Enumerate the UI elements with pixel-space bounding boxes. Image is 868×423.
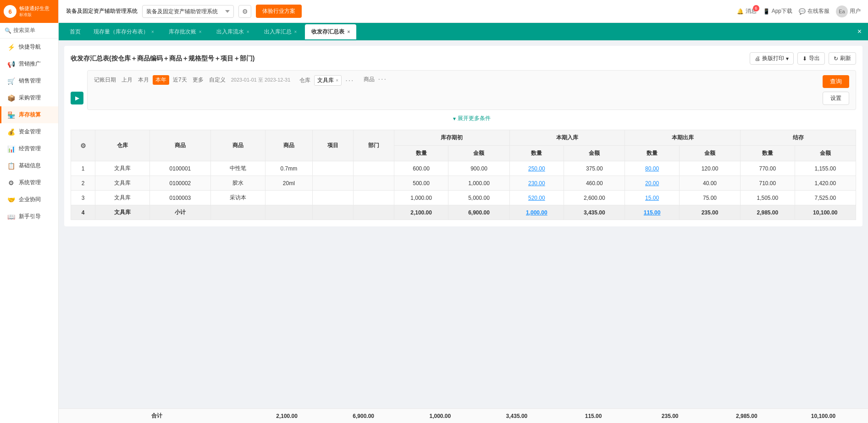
th-dept: 部门 [354,130,394,161]
tab-batch[interactable]: 库存批次账 × [162,24,208,39]
sidebar-item-operation[interactable]: 📊 经营管理 [0,140,58,157]
date-buttons: 上月 本月 本年 近7天 更多 自定义 [120,75,227,85]
warehouse-tag-close[interactable]: × [336,78,338,83]
tab-close-batch[interactable]: × [199,29,202,34]
tab-close-stock-dist[interactable]: × [151,29,154,34]
date-this-year-btn[interactable]: 本年 [153,75,169,85]
tab-inout-summary[interactable]: 出入库汇总 × [258,24,304,39]
row2-out-qty[interactable]: 20.00 [625,176,679,191]
row2-spec: 20ml [265,176,313,191]
refresh-button[interactable]: ↻ 刷新 [829,52,856,65]
tab-home[interactable]: 首页 [63,24,87,39]
table-settings-icon[interactable]: ⚙ [80,142,86,149]
subtotal-label: 小计 [149,205,210,220]
sidebar-item-finance[interactable]: 💰 资金管理 [0,123,58,140]
row3-out-qty[interactable]: 15.00 [625,191,679,205]
tab-stock-dist[interactable]: 现存量（库存分布表） × [87,24,160,39]
chevron-down-icon: ▾ [453,115,456,122]
row3-balance-qty: 1,505.00 [741,191,795,205]
tab-inout-summary-label: 出入库汇总 [264,28,292,36]
tab-close-inout-flow[interactable]: × [247,29,249,34]
th-settings[interactable]: ⚙ [71,130,95,161]
subtotal-out-qty[interactable]: 115.00 [625,205,679,220]
tab-home-label: 首页 [70,28,81,36]
export-button[interactable]: ⬇ 导出 [797,52,825,65]
row2-code: 0100002 [149,176,210,191]
tab-inout-flow-label: 出入库流水 [216,28,244,36]
print-label: 换版打印 [762,55,784,62]
row3-dept [354,191,394,205]
app-download-button[interactable]: 📱 App下载 [763,7,792,15]
settings-gear-icon[interactable]: ⚙ [238,5,251,18]
row2-opening-amount: 1,000.00 [448,176,509,191]
date-range-text: 2023-01-01 至 2023-12-31 [231,77,291,83]
tab-receipt-summary[interactable]: 收发存汇总表 × [305,24,356,39]
tab-close-receipt-summary[interactable]: × [347,29,350,34]
product-dots[interactable]: ··· [378,75,387,83]
sidebar-item-system[interactable]: ⚙ 系统管理 [0,174,58,191]
trial-button[interactable]: 体验行业方案 [256,5,302,18]
sidebar-item-guide[interactable]: 📖 新手引导 [0,208,58,225]
date-this-month-btn[interactable]: 本月 [136,75,151,85]
row2-balance-qty: 710.00 [741,176,795,191]
row1-spec: 0.7mm [265,161,313,176]
row3-index: 3 [71,191,95,205]
user-avatar[interactable]: Ea 用户 [836,5,861,17]
tab-inout-flow[interactable]: 出入库流水 × [210,24,256,39]
sidebar-item-marketing[interactable]: 📢 营销推广 [0,55,58,72]
date-7days-btn[interactable]: 近7天 [171,75,189,85]
sidebar-item-purchase[interactable]: 📦 采购管理 [0,89,58,106]
tab-close-inout-summary[interactable]: × [294,29,297,34]
date-more-btn[interactable]: 更多 [191,75,205,85]
query-button[interactable]: 查询 [823,75,849,88]
subtotal-in-qty[interactable]: 1,000.00 [509,205,564,220]
print-chevron-icon: ▾ [786,55,789,62]
messages-button[interactable]: 🔔 消息 6 [737,7,757,15]
filter-expand-arrow[interactable]: ▶ [71,92,83,104]
sidebar-item-sales[interactable]: 🛒 销售管理 [0,72,58,89]
sidebar-item-label: 新手引导 [19,213,41,220]
warehouse-dots[interactable]: ··· [345,77,354,85]
row2-in-qty[interactable]: 230.00 [509,176,564,191]
filter-setting-button[interactable]: 设置 [823,92,849,105]
sidebar-item-quick[interactable]: ⚡ 快捷导航 [0,38,58,55]
table-row: 3 文具库 0100003 采访本 1,000.00 5,000.00 520.… [71,191,856,205]
inventory-icon: 🏪 [7,111,15,119]
row1-in-qty[interactable]: 250.00 [509,161,564,176]
finance-icon: 💰 [7,128,15,136]
row2-project [313,176,354,191]
tabbar-close-button[interactable]: × [856,26,863,38]
warehouse-tag[interactable]: 文具库 × [314,75,342,86]
sidebar-item-label: 企业协同 [19,196,41,203]
online-service-button[interactable]: 💬 在线客服 [799,7,829,15]
print-button[interactable]: 🖨 换版打印 ▾ [750,52,794,65]
sidebar-item-inventory[interactable]: 🏪 库存核算 [0,106,58,123]
subtotal-balance-amount: 10,100.00 [795,205,856,220]
row3-out-amount: 75.00 [679,191,740,205]
date-custom-btn[interactable]: 自定义 [207,75,227,85]
bell-icon: 🔔 [737,8,744,15]
purchase-icon: 📦 [7,94,15,102]
page-title-row: 收发存汇总表(按仓库＋商品编码＋商品＋规格型号＋项目＋部门) 🖨 换版打印 ▾ … [71,52,856,65]
th-product-code: 商品 [149,130,210,161]
service-label: 在线客服 [807,7,829,15]
search-menu-item[interactable]: 🔍 搜索菜单 [0,23,58,38]
th-opening-qty: 数量 [394,146,448,161]
th-out-amount: 金额 [679,146,740,161]
row3-opening-amount: 5,000.00 [448,191,509,205]
row1-project [313,161,354,176]
sidebar-item-label: 经营管理 [19,145,41,153]
topbar: 装备及固定资产辅助管理系统 装备及固定资产辅助管理系统 ⚙ 体验行业方案 🔔 消… [59,0,868,23]
date-prev-month-btn[interactable]: 上月 [120,75,134,85]
expand-more-btn[interactable]: ▾ 展开更多条件 [453,115,491,122]
row3-in-amount: 2,600.00 [564,191,625,205]
row1-out-qty[interactable]: 80.00 [625,161,679,176]
sidebar-item-basic[interactable]: 📋 基础信息 [0,157,58,174]
row1-opening-qty: 600.00 [394,161,448,176]
system-selector[interactable]: 装备及固定资产辅助管理系统 [142,5,234,18]
subtotal-col6 [354,205,394,220]
sidebar-item-collab[interactable]: 🤝 企业协同 [0,191,58,208]
tabbar: 首页 现存量（库存分布表） × 库存批次账 × 出入库流水 × 出入库汇总 × … [59,23,868,40]
subtotal-col4 [265,205,313,220]
row3-in-qty[interactable]: 520.00 [509,191,564,205]
